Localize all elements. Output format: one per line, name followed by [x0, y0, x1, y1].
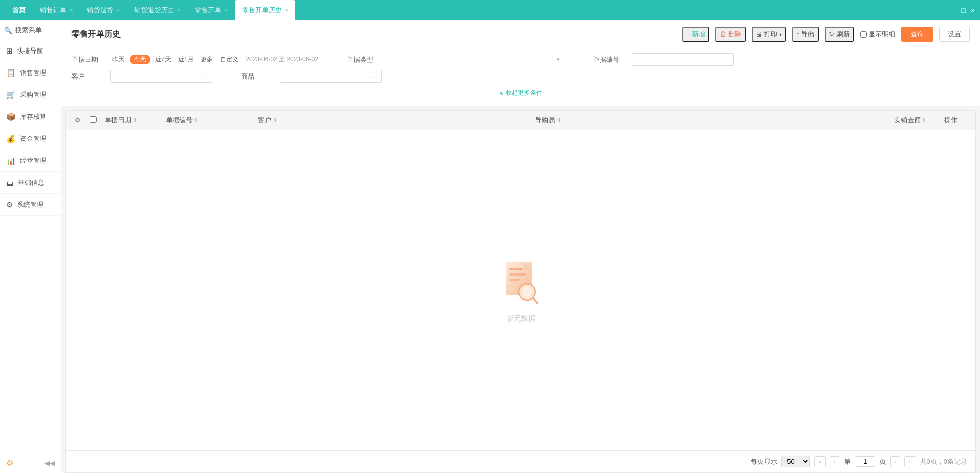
inventory-icon: 📦 — [6, 112, 16, 121]
sidebar-item-inventory-label: 库存核算 — [20, 112, 46, 121]
collapse-sidebar-icon[interactable]: ◀◀ — [44, 459, 55, 467]
svg-rect-3 — [509, 279, 520, 281]
sidebar-item-basic-info[interactable]: 🗂 基础信息 — [0, 172, 61, 194]
sidebar-item-purchase-mgmt[interactable]: 🛒 采购管理 — [0, 84, 61, 106]
page-size-label: 每页显示 — [751, 457, 777, 466]
date-opt-1month[interactable]: 近1月 — [176, 55, 196, 64]
date-label: 单据日期 — [71, 55, 102, 64]
sidebar-item-sales-mgmt[interactable]: 📋 销售管理 — [0, 62, 61, 84]
prev-page-btn[interactable]: ‹ — [830, 456, 840, 467]
sidebar-item-finance[interactable]: 💰 资金管理 — [0, 128, 61, 150]
goods-select[interactable]: ··· — [280, 70, 382, 83]
search-icon: 🔍 — [4, 27, 12, 34]
tab-sales-order-label: 销售订单 — [40, 6, 66, 15]
tab-retail-open-history-close[interactable]: × — [285, 7, 288, 13]
sidebar-item-system-mgmt[interactable]: ⚙ 系统管理 — [0, 194, 61, 216]
date-opt-custom[interactable]: 自定义 — [218, 55, 241, 64]
table-body: 暂无数据 — [66, 130, 975, 450]
settings-gear-icon[interactable]: ⚙ — [6, 458, 13, 468]
th-customer[interactable]: 客户 ⇅ — [254, 116, 531, 125]
num-label: 单据编号 — [593, 55, 624, 64]
add-button[interactable]: + 新增 — [682, 27, 709, 42]
show-detail-checkbox[interactable] — [860, 31, 867, 38]
date-range: 2023-06-02 至 2023-06-02 — [246, 55, 318, 64]
window-min-btn[interactable]: — — [949, 6, 956, 14]
export-button[interactable]: ↑ 导出 — [792, 27, 819, 42]
th-op-label: 操作 — [944, 116, 958, 125]
select-all-checkbox[interactable] — [90, 116, 97, 123]
tab-sales-return-history-close[interactable]: × — [177, 7, 180, 13]
th-guide-label: 导购员 — [535, 116, 555, 125]
sidebar-item-quick-nav-label: 快捷导航 — [17, 46, 43, 56]
table-header: ⚙ 单据日期 ⇅ 单据编号 ⇅ 客户 ⇅ 导购员 ⇅ — [66, 111, 975, 130]
sidebar-item-operation[interactable]: 📊 经营管理 — [0, 150, 61, 172]
tab-retail-open[interactable]: 零售开单 × — [187, 0, 234, 20]
type-label: 单据类型 — [347, 55, 377, 64]
filter-row-1: 单据日期 昨天 今天 近7天 近1月 更多 自定义 2023-06-02 至 2… — [71, 53, 970, 66]
sales-mgmt-icon: 📋 — [6, 68, 16, 78]
tab-retail-open-history[interactable]: 零售开单历史 × — [235, 0, 295, 20]
tab-sales-return-history[interactable]: 销货退货历史 × — [127, 0, 187, 20]
customer-label: 客户 — [71, 72, 102, 81]
window-max-btn[interactable]: □ — [961, 6, 965, 14]
empty-illustration — [495, 257, 546, 308]
setting-button[interactable]: 设置 — [939, 27, 970, 42]
tab-retail-open-close[interactable]: × — [224, 7, 227, 13]
tab-retail-open-history-label: 零售开单历史 — [242, 6, 282, 15]
query-button[interactable]: 查询 — [901, 27, 933, 42]
tab-sales-order-close[interactable]: × — [69, 7, 73, 13]
sidebar-search[interactable]: 🔍 搜索采单 — [0, 20, 61, 40]
svg-point-6 — [522, 287, 532, 297]
svg-rect-1 — [509, 268, 523, 270]
goods-label: 商品 — [241, 72, 272, 81]
tab-sales-return[interactable]: 销货退货 × — [80, 0, 127, 20]
goods-ellipsis: ··· — [372, 72, 377, 80]
sidebar-item-operation-label: 经营管理 — [20, 156, 46, 165]
tab-sales-return-label: 销货退货 — [87, 6, 113, 15]
th-amount-label: 实销金额 — [894, 116, 921, 125]
svg-line-7 — [533, 298, 537, 303]
th-guide[interactable]: 导购员 ⇅ — [531, 116, 592, 125]
tab-sales-order[interactable]: 销售订单 × — [33, 0, 80, 20]
finance-icon: 💰 — [6, 134, 16, 143]
th-date[interactable]: 单据日期 ⇅ — [101, 116, 162, 125]
page-title: 零售开单历史 — [71, 29, 121, 40]
main-layout: 🔍 搜索采单 ⊞ 快捷导航 📋 销售管理 🛒 采购管理 📦 库存核算 💰 资金管… — [0, 20, 980, 473]
next-page-btn[interactable]: › — [890, 456, 900, 467]
svg-rect-2 — [509, 273, 526, 276]
page-header: 零售开单历史 + 新增 🗑 删除 🖨 打印 ▾ ↑ 导出 — [61, 20, 980, 106]
date-opt-today[interactable]: 今天 — [130, 55, 150, 64]
th-num[interactable]: 单据编号 ⇅ — [162, 116, 254, 125]
refresh-button[interactable]: ↻ 刷新 — [825, 27, 854, 42]
first-page-btn[interactable]: « — [814, 456, 826, 467]
type-select[interactable]: ▾ — [386, 54, 564, 65]
print-button[interactable]: 🖨 打印 ▾ — [752, 27, 786, 42]
tab-sales-return-close[interactable]: × — [116, 7, 119, 13]
sidebar: 🔍 搜索采单 ⊞ 快捷导航 📋 销售管理 🛒 采购管理 📦 库存核算 💰 资金管… — [0, 20, 61, 473]
system-mgmt-icon: ⚙ — [6, 200, 13, 209]
num-input[interactable] — [632, 53, 734, 66]
tab-home[interactable]: 首页 — [5, 0, 33, 20]
th-customer-sort-icon: ⇅ — [273, 117, 277, 123]
page-number-input[interactable] — [855, 456, 875, 467]
total-info: 共0页，0条记录 — [920, 457, 967, 466]
date-opt-more[interactable]: 更多 — [199, 55, 215, 64]
th-checkbox[interactable] — [85, 116, 101, 125]
export-button-label: ↑ 导出 — [796, 30, 815, 39]
type-select-arrow: ▾ — [557, 56, 560, 63]
date-opt-7days[interactable]: 近7天 — [153, 55, 173, 64]
date-opt-yesterday[interactable]: 昨天 — [110, 55, 127, 64]
filter-area: 单据日期 昨天 今天 近7天 近1月 更多 自定义 2023-06-02 至 2… — [71, 48, 970, 106]
last-page-btn[interactable]: » — [904, 456, 916, 467]
collapse-bar[interactable]: ∧ 收起更多条件 — [71, 87, 970, 102]
page-size-select[interactable]: 20 50 100 — [781, 456, 810, 467]
delete-button[interactable]: 🗑 删除 — [715, 27, 746, 42]
window-close-btn[interactable]: × — [971, 6, 975, 14]
th-amount[interactable]: 实销金额 ⇅ — [869, 116, 930, 125]
th-settings[interactable]: ⚙ — [70, 116, 85, 124]
customer-select[interactable]: ··· — [110, 70, 212, 83]
sidebar-item-quick-nav[interactable]: ⊞ 快捷导航 — [0, 40, 61, 62]
sidebar-item-inventory[interactable]: 📦 库存核算 — [0, 106, 61, 128]
print-dropdown-icon: ▾ — [779, 32, 782, 37]
sidebar-item-sales-mgmt-label: 销售管理 — [20, 68, 46, 78]
